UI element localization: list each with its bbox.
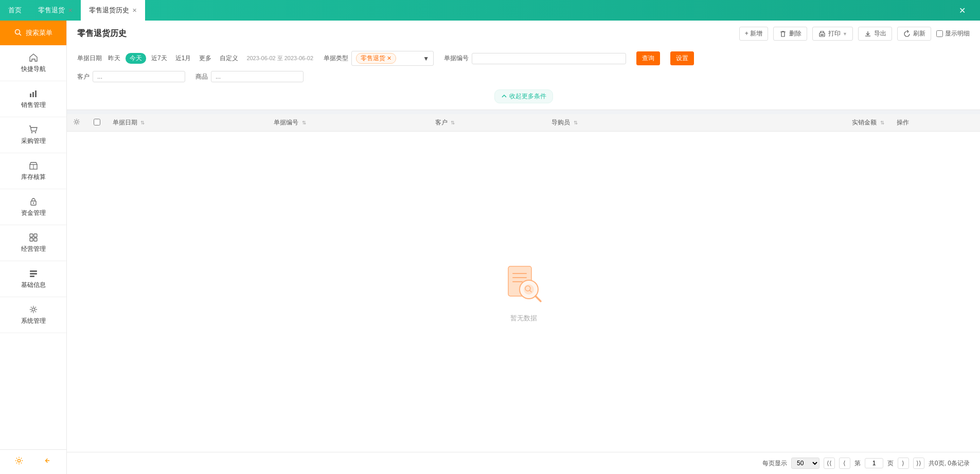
- col-amount[interactable]: 实销金额 ⇅: [729, 114, 890, 132]
- print-button-label: 打印: [828, 29, 841, 38]
- select-all-checkbox[interactable]: [94, 119, 100, 125]
- col-voucher-no[interactable]: 单据编号 ⇅: [268, 114, 429, 132]
- refresh-button[interactable]: 刷新: [897, 27, 931, 41]
- last-page-button[interactable]: ⟩⟩: [913, 458, 924, 469]
- next-page-button[interactable]: ⟩: [898, 458, 909, 469]
- svg-rect-12: [34, 234, 37, 237]
- sidebar-item-sales[interactable]: 销售管理: [0, 81, 66, 117]
- type-filter-dropdown-icon: ▼: [423, 55, 429, 62]
- new-button[interactable]: + 新增: [739, 27, 768, 41]
- collapse-filter-button[interactable]: 收起更多条件: [494, 89, 553, 103]
- sidebar-item-finance-label: 资金管理: [21, 209, 46, 217]
- sidebar-item-inventory[interactable]: 库存核算: [0, 153, 66, 189]
- page-label: 第: [854, 459, 861, 468]
- type-filter-tag-close[interactable]: ✕: [387, 55, 391, 62]
- page-size-select[interactable]: 20 50 100: [791, 458, 819, 469]
- col-salesperson-label: 导购员: [551, 119, 570, 126]
- col-checkbox[interactable]: [87, 114, 106, 132]
- page-size-label: 每页显示: [762, 459, 787, 468]
- svg-point-5: [31, 132, 32, 133]
- voucher-no-input[interactable]: [472, 53, 626, 64]
- table-container: 单据日期 ⇅ 单据编号 ⇅ 客户 ⇅ 导购员 ⇅: [67, 114, 980, 452]
- first-page-button[interactable]: ⟨⟨: [824, 458, 835, 469]
- sidebar-item-quick-nav[interactable]: 快捷导航: [0, 45, 66, 81]
- col-amount-label: 实销金额: [852, 119, 877, 126]
- svg-point-18: [32, 308, 35, 311]
- svg-point-19: [18, 459, 21, 462]
- date-btn-1month[interactable]: 近1月: [172, 53, 194, 64]
- sidebar-search-button[interactable]: 搜索菜单: [0, 21, 66, 45]
- show-detail-input[interactable]: [936, 30, 943, 37]
- svg-rect-11: [30, 234, 33, 237]
- date-btn-more[interactable]: 更多: [196, 53, 215, 64]
- refresh-button-label: 刷新: [913, 29, 925, 38]
- sidebar-item-finance[interactable]: 资金管理: [0, 189, 66, 225]
- page-number-input[interactable]: [865, 458, 883, 468]
- col-salesperson[interactable]: 导购员 ⇅: [545, 114, 684, 132]
- delete-button-label: 删除: [789, 29, 801, 38]
- settings-filter-button[interactable]: 设置: [670, 51, 694, 65]
- filter-row-1: 单据日期 昨天 今天 近7天 近1月 更多 自定义 2023-06-02 至 2…: [77, 51, 970, 66]
- chart-icon: [28, 88, 39, 99]
- tab-retail-return[interactable]: 零售退货 ✕: [30, 0, 81, 21]
- empty-icon: [501, 261, 547, 307]
- type-filter-tag: 零售退货 ✕: [356, 53, 396, 64]
- data-table: 单据日期 ⇅ 单据编号 ⇅ 客户 ⇅ 导购员 ⇅: [67, 114, 980, 132]
- table-settings-icon[interactable]: [73, 118, 80, 125]
- prev-page-button[interactable]: ⟨: [839, 458, 850, 469]
- col-settings[interactable]: [67, 114, 87, 132]
- customer-label: 客户: [77, 72, 90, 81]
- svg-line-28: [536, 296, 541, 301]
- page-title-row: 零售退货历史 + 新增 删除: [77, 27, 970, 41]
- date-filter-buttons: 昨天 今天 近7天 近1月 更多 自定义: [105, 53, 241, 64]
- refresh-icon: [903, 30, 911, 38]
- page-unit: 页: [887, 459, 894, 468]
- col-customer-sort-icon: ⇅: [451, 120, 455, 125]
- settings-filter-label: 设置: [676, 54, 688, 63]
- svg-rect-16: [30, 273, 37, 275]
- tab-home[interactable]: 首页: [0, 0, 30, 21]
- date-range-display: 2023-06-02 至 2023-06-02: [246, 54, 313, 62]
- sidebar-settings-button[interactable]: [14, 456, 24, 468]
- export-button[interactable]: 导出: [858, 27, 892, 41]
- col-date[interactable]: 单据日期 ⇅: [106, 114, 268, 132]
- goods-input[interactable]: [211, 71, 304, 82]
- svg-rect-2: [30, 94, 31, 97]
- col-date-sort-icon: ⇅: [140, 120, 145, 125]
- customer-input[interactable]: [93, 71, 185, 82]
- sidebar-collapse-button[interactable]: [43, 456, 52, 468]
- tab-retail-return-history[interactable]: 零售退货历史 ✕: [81, 0, 145, 21]
- col-customer[interactable]: 客户 ⇅: [429, 114, 545, 132]
- date-btn-7days[interactable]: 近7天: [148, 53, 170, 64]
- tab-retail-return-history-close[interactable]: ✕: [132, 7, 137, 14]
- sidebar-bottom: [0, 449, 66, 474]
- tab-retail-return-close[interactable]: ✕: [68, 7, 73, 14]
- query-button[interactable]: 查询: [636, 51, 660, 65]
- delete-button[interactable]: 删除: [773, 27, 807, 41]
- print-button[interactable]: 打印 ▼: [812, 27, 853, 41]
- table-header-row: 单据日期 ⇅ 单据编号 ⇅ 客户 ⇅ 导购员 ⇅: [67, 114, 980, 132]
- svg-rect-14: [34, 238, 37, 241]
- new-button-label: + 新增: [745, 29, 762, 38]
- system-icon: [28, 304, 39, 315]
- date-btn-custom[interactable]: 自定义: [217, 53, 241, 64]
- sidebar-item-operations-label: 经营管理: [21, 245, 46, 253]
- sidebar-item-purchase-label: 采购管理: [21, 137, 46, 145]
- search-icon: [14, 29, 23, 37]
- show-detail-checkbox[interactable]: 显示明细: [936, 29, 970, 38]
- svg-rect-3: [32, 92, 34, 97]
- sidebar-item-basic-info[interactable]: 基础信息: [0, 261, 66, 297]
- window-close-button[interactable]: ✕: [953, 6, 972, 15]
- date-filter: 单据日期 昨天 今天 近7天 近1月 更多 自定义 2023-06-02 至 2…: [77, 53, 313, 64]
- type-filter-select[interactable]: 零售退货 ✕ ▼: [351, 51, 434, 66]
- date-btn-today[interactable]: 今天: [126, 53, 146, 64]
- svg-rect-13: [30, 238, 33, 241]
- sidebar-item-purchase[interactable]: 采购管理: [0, 117, 66, 153]
- date-btn-yesterday[interactable]: 昨天: [105, 53, 123, 64]
- sidebar-item-system[interactable]: 系统管理: [0, 297, 66, 333]
- page-header: 零售退货历史 + 新增 删除: [67, 21, 980, 110]
- print-icon: [818, 30, 826, 38]
- type-filter-tag-label: 零售退货: [361, 54, 385, 63]
- sidebar-item-operations[interactable]: 经营管理: [0, 225, 66, 261]
- svg-rect-15: [30, 270, 37, 272]
